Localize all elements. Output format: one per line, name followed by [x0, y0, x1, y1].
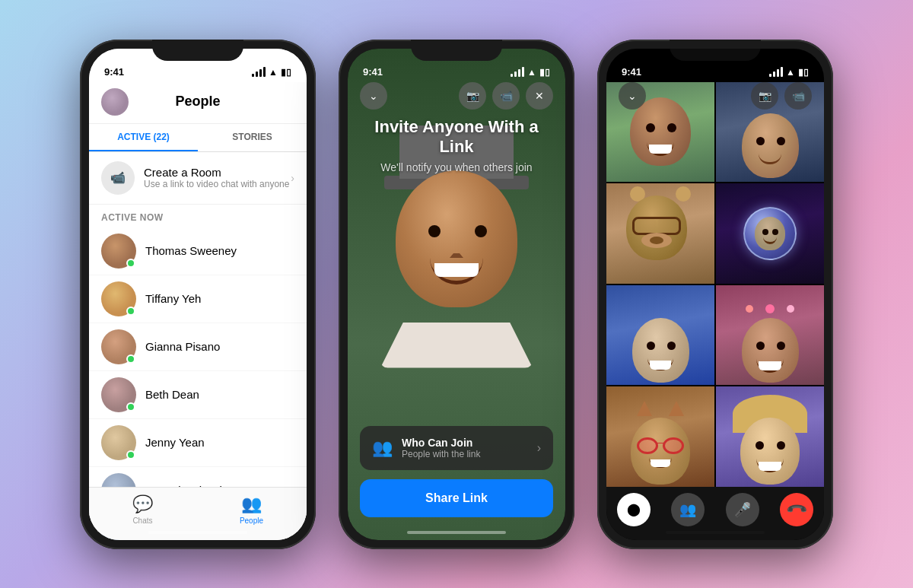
- video-face-6: [716, 285, 824, 386]
- video-cell-4: [716, 183, 824, 284]
- bear-ear-r: [676, 186, 691, 202]
- online-dot: [126, 307, 135, 316]
- people-header: People: [89, 82, 307, 124]
- flower2: [765, 304, 775, 313]
- video-room-icon: 📹: [110, 170, 126, 185]
- flower-crown: [740, 303, 800, 315]
- avatar-wrap-2: [101, 329, 136, 364]
- eye-l2: [756, 137, 765, 145]
- cat-container: [631, 418, 690, 485]
- create-room-text: Create a Room Use a link to video chat w…: [144, 166, 289, 189]
- bear-face: [626, 195, 687, 260]
- face-p2: [742, 113, 799, 178]
- online-dot: [126, 450, 135, 459]
- avatar-wrap-1: [101, 281, 136, 316]
- eye-l8: [756, 441, 764, 450]
- tab-stories[interactable]: STORIES: [198, 124, 307, 151]
- list-item[interactable]: Thomas Sweeney: [89, 227, 307, 275]
- right-eye: [475, 225, 487, 237]
- video-controls-top: ⌄ 📷 📹 ✕: [360, 82, 553, 110]
- teeth-6: [759, 361, 781, 370]
- list-item[interactable]: Tiffany Yeh: [89, 275, 307, 323]
- active-now-label: ACTIVE NOW: [89, 205, 307, 227]
- phone-notch: [152, 40, 243, 61]
- video-cell-3: [606, 183, 714, 284]
- tab-active[interactable]: ACTIVE (22): [89, 124, 198, 151]
- teeth-1: [649, 145, 672, 154]
- video-button[interactable]: 📹: [492, 82, 520, 110]
- wifi-icon: ▲: [269, 67, 278, 78]
- glass-bridge: [657, 443, 663, 443]
- avatar-wrap-0: [101, 234, 136, 269]
- battery-icon: ▮▯: [281, 67, 291, 78]
- wcj-title: Who Can Join: [402, 437, 480, 449]
- video-face-5: [606, 285, 714, 386]
- people-label: People: [240, 516, 263, 525]
- time-1: 9:41: [104, 66, 124, 78]
- participants-button[interactable]: 👥: [671, 493, 705, 526]
- eye-l1: [646, 123, 655, 132]
- online-dot: [126, 259, 135, 268]
- video-cell-6: [716, 285, 824, 386]
- video-camera-button[interactable]: 📷: [751, 82, 778, 110]
- create-room-row[interactable]: 📹 Create a Room Use a link to video chat…: [89, 152, 307, 205]
- tabs-row: ACTIVE (22) STORIES: [89, 124, 307, 152]
- video-cell-7: [606, 386, 714, 487]
- back-button[interactable]: ⌄: [360, 82, 387, 110]
- video-face-8: [716, 386, 824, 487]
- person-name-2: Gianna Pisano: [145, 340, 220, 353]
- tab-people[interactable]: 👥 People: [240, 494, 263, 525]
- status-icons-1: ▲ ▮▯: [252, 67, 291, 78]
- person-name-4: Jenny Yean: [145, 436, 205, 449]
- chats-label: Chats: [132, 516, 152, 525]
- chevron-down-icon: ⌄: [369, 90, 378, 102]
- status-bar-3: 9:41 ▲ ▮▯: [606, 49, 824, 82]
- list-item[interactable]: Gianna Pisano: [89, 323, 307, 371]
- wifi-icon-3: ▲: [786, 67, 795, 78]
- eye-l6: [756, 342, 765, 350]
- create-room-chevron: ›: [291, 172, 294, 184]
- photo-button[interactable]: ⬤: [617, 493, 651, 526]
- time-2: 9:41: [363, 66, 383, 78]
- list-item[interactable]: Jenny Yean: [89, 419, 307, 467]
- create-room-icon: 📹: [101, 161, 135, 195]
- video-icon: 📹: [500, 90, 513, 102]
- list-item[interactable]: Beth Dean: [89, 371, 307, 419]
- camera-icon: 📷: [466, 90, 479, 102]
- video-back-button[interactable]: ⌄: [619, 82, 646, 110]
- nose: [450, 243, 463, 258]
- glass-l7: [637, 437, 658, 454]
- mute-button[interactable]: 🎤: [726, 493, 759, 526]
- left-eye: [428, 225, 441, 237]
- video-toggle-button[interactable]: 📹: [784, 82, 812, 110]
- orb-face: [755, 217, 785, 250]
- time-3: 9:41: [622, 66, 641, 78]
- page-title: People: [129, 94, 267, 110]
- video-face-3: [606, 183, 714, 284]
- battery-icon-3: ▮▯: [798, 67, 809, 78]
- home-indicator-1: [148, 531, 247, 534]
- eye-r4: [772, 229, 778, 235]
- signal-icon-2: [511, 67, 524, 77]
- shirt: [380, 323, 533, 368]
- close-button[interactable]: ✕: [526, 82, 553, 110]
- mic-icon: 🎤: [734, 501, 751, 518]
- eye-r2: [777, 137, 785, 145]
- video-right-controls: 📷 📹: [751, 82, 812, 110]
- tab-chats[interactable]: 💬 Chats: [132, 494, 153, 525]
- battery-icon-2: ▮▯: [539, 67, 550, 78]
- who-can-join[interactable]: 👥 Who Can Join People with the link ›: [360, 426, 553, 470]
- teeth-5: [650, 361, 671, 370]
- close-icon: ✕: [535, 90, 544, 102]
- eye-r1: [667, 123, 676, 132]
- person-name-3: Beth Dean: [145, 388, 199, 401]
- end-call-button[interactable]: 📞: [780, 493, 813, 526]
- flower3: [787, 305, 794, 313]
- eye-l5: [647, 342, 655, 350]
- camera-flip-button[interactable]: 📷: [459, 82, 486, 110]
- share-link-button[interactable]: Share Link: [360, 479, 553, 517]
- my-avatar[interactable]: [101, 88, 129, 116]
- video-icon-2: 📹: [792, 90, 805, 102]
- chats-icon: 💬: [132, 494, 153, 514]
- signal-icon: [252, 67, 266, 77]
